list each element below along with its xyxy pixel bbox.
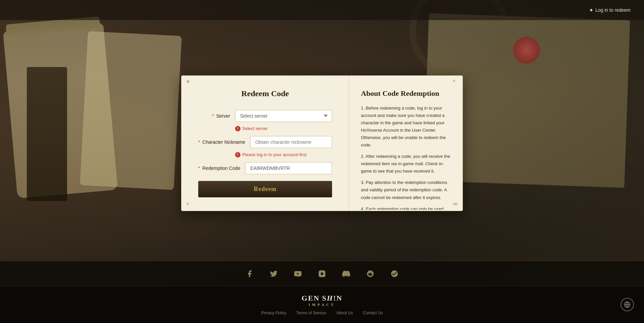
nickname-error-row: ! Please log in to your account first [198,151,332,157]
login-button[interactable]: ✦ Log in to redeem [589,7,631,13]
nickname-error: ! Please log in to your account first [235,152,307,157]
corner-top-left: ✦ [185,78,192,85]
plus-icon: ✦ [589,7,593,13]
main-content: ✦ ✦ ✦ ✦ Redeem Code * Server Select serv… [0,0,644,286]
server-error-row: ! Select server [198,125,332,131]
twitter-icon[interactable] [268,268,279,279]
top-nav: ✦ Log in to redeem [0,0,644,20]
language-selector[interactable] [621,298,634,311]
redemption-required-star: * [198,166,200,171]
nickname-input[interactable] [250,136,332,148]
server-error: ! Select server [235,126,268,131]
redemption-section: * Redemption Code [198,162,332,174]
nickname-error-text: Please log in to your account first [242,152,307,157]
contact-us-link[interactable]: Contact Us [363,311,383,315]
redeem-title: Redeem Code [198,89,332,98]
redeem-modal: ✦ ✦ ✦ ✦ Redeem Code * Server Select serv… [181,75,463,211]
privacy-policy-link[interactable]: Privacy Policy [261,311,286,315]
about-title: About Code Redemption [361,89,451,98]
server-field-wrapper: Select server America Europe Asia TW, HK… [235,110,332,122]
about-text: 1. Before redeeming a code, log in to yo… [361,105,451,210]
about-point-1: 1. Before redeeming a code, log in to yo… [361,105,451,149]
footer-logo: GEN SH!N IMPACT [302,294,342,307]
footer-links: Privacy Policy Terms of Service About Us… [261,311,383,315]
terms-of-service-link[interactable]: Terms of Service [296,311,326,315]
redemption-field-wrapper [245,162,332,174]
nickname-field-wrapper [250,136,332,148]
corner-bottom-left: ✦ [185,201,192,208]
nickname-error-icon: ! [235,152,240,157]
logo-genshin-text: GEN SH!N [302,294,342,302]
redeem-button[interactable]: Redeem [198,181,332,197]
nickname-required-star: * [198,139,200,145]
footer-bottom: GEN SH!N IMPACT Privacy Policy Terms of … [0,286,644,323]
nickname-row: * Character Nickname [198,136,332,148]
footer-social [0,261,644,286]
facebook-icon[interactable] [244,268,255,279]
left-panel: Redeem Code * Server Select server Ameri… [181,76,349,211]
instagram-icon[interactable] [317,268,327,279]
nickname-label: * Character Nickname [198,136,250,145]
logo-impact-text: IMPACT [302,303,342,307]
right-panel: About Code Redemption 1. Before redeemin… [349,76,463,210]
server-select[interactable]: Select server America Europe Asia TW, HK… [235,110,332,122]
login-label: Log in to redeem [595,7,631,13]
server-error-text: Select server [242,126,268,131]
server-required-star: * [212,113,214,119]
reddit-icon[interactable] [365,268,376,279]
server-label: * Server [198,110,235,119]
server-section: * Server Select server America Europe As… [198,110,332,131]
server-row: * Server Select server America Europe As… [198,110,332,122]
hoyolab-icon[interactable] [389,268,400,279]
about-point-3: 3. Pay attention to the redemption condi… [361,179,451,201]
redemption-row: * Redemption Code [198,162,332,174]
nickname-section: * Character Nickname ! Please log in to … [198,136,332,157]
about-point-2: 2. After redeeming a code, you will rece… [361,153,451,175]
corner-bottom-right: ✦ [452,201,459,208]
server-error-icon: ! [235,126,240,131]
discord-icon[interactable] [341,268,352,279]
about-us-link[interactable]: About Us [336,311,353,315]
about-point-4: 4. Each redemption code can only be used… [361,205,451,210]
corner-top-right: ✦ [452,78,459,85]
redemption-code-input[interactable] [245,162,332,174]
youtube-icon[interactable] [292,268,303,279]
redemption-label: * Redemption Code [198,162,245,171]
